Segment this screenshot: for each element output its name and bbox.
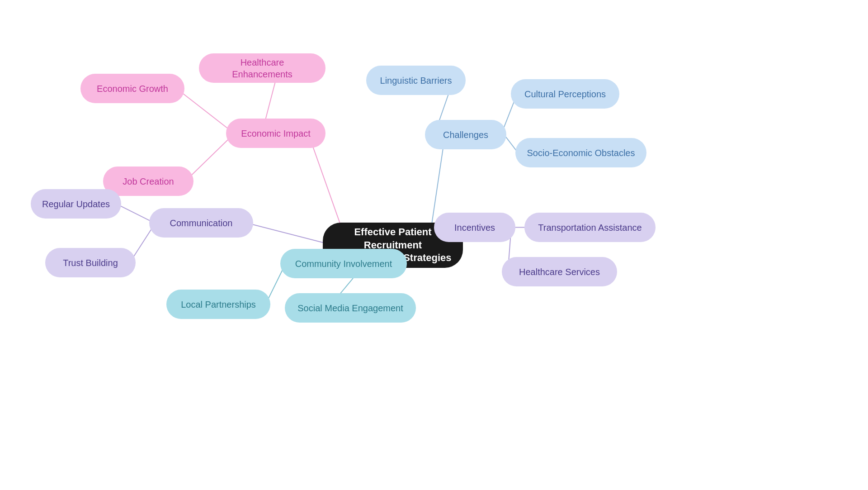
- connection-community-involvement-social-media-engagement: [340, 278, 353, 294]
- challenges-node: Challenges: [425, 120, 506, 149]
- job-creation-node: Job Creation: [103, 167, 193, 196]
- incentives-node: Incentives: [434, 213, 515, 242]
- connection-economic-impact-job-creation: [191, 138, 229, 176]
- economic-impact-node: Economic Impact: [226, 119, 326, 148]
- social-media-engagement-node: Social Media Engagement: [285, 293, 416, 323]
- healthcare-services-node: Healthcare Services: [502, 257, 617, 286]
- socio-economic-obstacles-node: Socio-Economic Obstacles: [515, 138, 646, 167]
- economic-growth-node: Economic Growth: [80, 74, 184, 103]
- connection-center-economic-impact: [312, 143, 342, 230]
- regular-updates-node: Regular Updates: [31, 189, 121, 219]
- connection-community-involvement-local-partnerships: [268, 268, 283, 300]
- connection-communication-regular-updates: [121, 206, 150, 220]
- connection-center-communication: [253, 224, 323, 243]
- transportation-assistance-node: Transportation Assistance: [524, 213, 656, 242]
- local-partnerships-node: Local Partnerships: [166, 290, 270, 319]
- communication-node: Communication: [149, 208, 253, 238]
- connection-challenges-cultural-perceptions: [503, 100, 515, 129]
- connection-economic-impact-healthcare-enhancements: [266, 82, 275, 119]
- healthcare-enhancements-node: Healthcare Enhancements: [199, 53, 326, 83]
- connection-challenges-socio-economic-obstacles: [506, 137, 516, 151]
- trust-building-node: Trust Building: [45, 248, 136, 277]
- connection-economic-impact-economic-growth: [182, 93, 228, 129]
- community-involvement-node: Community Involvement: [280, 249, 407, 278]
- connection-communication-trust-building: [133, 228, 152, 257]
- connection-challenges-linguistic-barriers: [438, 91, 449, 124]
- linguistic-barriers-node: Linguistic Barriers: [366, 66, 466, 95]
- cultural-perceptions-node: Cultural Perceptions: [511, 79, 619, 109]
